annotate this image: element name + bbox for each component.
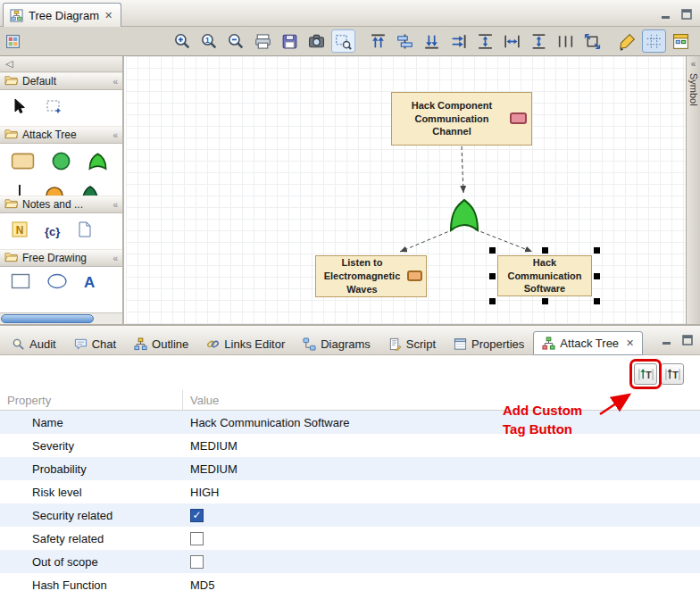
tab-label: Diagrams: [321, 337, 371, 351]
selection-handle[interactable]: [542, 298, 548, 304]
selection-handle[interactable]: [594, 298, 600, 304]
property-value[interactable]: MEDIUM: [183, 439, 238, 453]
scrollbar-thumb[interactable]: [1, 314, 94, 323]
align-middle-icon[interactable]: [393, 29, 417, 53]
drawer-pin-icon: «: [112, 200, 118, 210]
selection-handle[interactable]: [489, 298, 496, 304]
gate-shape-tool[interactable]: [88, 152, 108, 174]
selection-handle[interactable]: [489, 247, 496, 254]
rectangle-tool[interactable]: [11, 273, 30, 293]
selection-handle[interactable]: [542, 247, 548, 254]
checkbox-checked[interactable]: ✓: [190, 509, 204, 522]
close-icon[interactable]: ✕: [626, 337, 634, 349]
auto-size-icon[interactable]: [580, 29, 604, 53]
property-row-safety-related[interactable]: Safety related: [0, 527, 700, 550]
symbol-view-strip[interactable]: « Symbol: [686, 56, 700, 324]
screenshot-icon[interactable]: [304, 29, 329, 53]
match-height-icon[interactable]: [527, 29, 551, 53]
palette-items-attack-tree: [0, 144, 122, 181]
add-custom-tag-button[interactable]: T: [634, 363, 657, 385]
align-right-icon[interactable]: [446, 29, 471, 53]
maximize-icon[interactable]: [679, 7, 693, 21]
property-row-hash-function[interactable]: Hash FunctionMD5: [0, 573, 700, 596]
property-value[interactable]: HIGH: [183, 486, 220, 499]
property-row-security-related[interactable]: Security related✓: [0, 503, 700, 527]
marquee-tool[interactable]: [45, 97, 62, 119]
tab-audit[interactable]: Audit: [3, 331, 65, 355]
grid-toggle-icon[interactable]: [642, 29, 666, 53]
property-value[interactable]: MEDIUM: [183, 462, 238, 476]
node-shape-tool[interactable]: [11, 152, 35, 174]
property-row-name[interactable]: NameHack Communication Software: [0, 411, 700, 434]
diagram-canvas[interactable]: Hack Component Communication Channel Lis…: [126, 56, 686, 324]
tab-attack-tree[interactable]: Attack Tree✕: [533, 331, 643, 355]
property-row-risk-level[interactable]: Risk levelHIGH: [0, 480, 700, 503]
palette-section-free-drawing[interactable]: Free Drawing «: [0, 249, 122, 267]
and-node-tool[interactable]: [80, 183, 100, 196]
property-value[interactable]: MD5: [183, 578, 214, 592]
column-header-property: Property: [0, 390, 183, 410]
document-tool[interactable]: [76, 220, 94, 242]
palette-toggle-icon[interactable]: [669, 29, 693, 53]
align-top-icon[interactable]: [366, 29, 390, 53]
or-node-tool[interactable]: [45, 183, 64, 196]
add-tag-button[interactable]: T: [661, 363, 684, 385]
constraint-tool[interactable]: {c}: [45, 225, 60, 238]
palette-section-notes[interactable]: Notes and ... «: [0, 196, 122, 213]
or-gate-shape[interactable]: [448, 197, 480, 233]
close-icon[interactable]: ✕: [104, 10, 112, 21]
zoom-out-icon[interactable]: [224, 29, 248, 53]
node-hack-communication-software[interactable]: Hack Communication Software: [497, 255, 592, 296]
minimize-icon[interactable]: [659, 7, 672, 21]
tab-chat[interactable]: Chat: [65, 331, 125, 355]
select-tool[interactable]: [11, 97, 29, 119]
connection-tool[interactable]: [11, 183, 29, 196]
maximize-icon[interactable]: [680, 333, 694, 346]
folder-icon: [4, 251, 18, 265]
property-name: Name: [0, 416, 183, 429]
palette-items-default: [0, 90, 122, 126]
editor-tab-tree-diagram[interactable]: Tree Diagram ✕: [3, 3, 121, 27]
tab-diagrams[interactable]: Diagrams: [294, 331, 379, 355]
note-tool[interactable]: N: [11, 220, 29, 242]
palette-collapse-bar[interactable]: ◁: [0, 56, 122, 72]
property-row-severity[interactable]: SeverityMEDIUM: [0, 434, 700, 457]
zoom-selection-icon[interactable]: [331, 29, 355, 53]
restore-panel-icon[interactable]: «: [691, 59, 696, 69]
node-hack-component-communication-channel[interactable]: Hack Component Communication Channel: [391, 92, 532, 146]
panel-window-controls: [660, 333, 694, 346]
tab-properties[interactable]: Properties: [445, 331, 533, 355]
ellipse-tool[interactable]: [46, 273, 68, 293]
node-badge-icon: [407, 270, 422, 281]
selection-handle[interactable]: [594, 273, 600, 279]
match-width-icon[interactable]: [500, 29, 524, 53]
tab-links-editor[interactable]: Links Editor: [197, 331, 294, 355]
selection-handle[interactable]: [489, 273, 496, 279]
checkbox-unchecked[interactable]: [190, 555, 204, 569]
palette-section-default[interactable]: Default «: [0, 72, 122, 90]
view-menu-icon[interactable]: [5, 34, 21, 49]
distribute-vertical-icon[interactable]: [473, 29, 497, 53]
property-value[interactable]: Hack Communication Software: [183, 416, 349, 429]
event-shape-tool[interactable]: [51, 151, 71, 175]
print-icon[interactable]: [251, 29, 275, 53]
save-icon[interactable]: [278, 29, 302, 53]
format-paint-icon[interactable]: [615, 29, 639, 53]
node-listen-to-electromagnetic-waves[interactable]: Listen to Electromagnetic Waves: [315, 255, 427, 297]
palette-scrollbar[interactable]: [0, 312, 122, 324]
property-row-probability[interactable]: ProbabilityMEDIUM: [0, 457, 700, 480]
palette-section-attack-tree[interactable]: Attack Tree «: [0, 126, 122, 144]
tab-outline[interactable]: Outline: [125, 331, 197, 355]
text-tool[interactable]: A: [84, 274, 95, 292]
distribute-horizontal-icon[interactable]: [554, 29, 578, 53]
zoom-in-icon[interactable]: [171, 29, 195, 53]
selection-handle[interactable]: [594, 247, 600, 254]
property-row-out-of-scope[interactable]: Out of scope: [0, 550, 700, 573]
minimize-icon[interactable]: [660, 333, 673, 346]
properties-toolbar: T T: [0, 355, 700, 390]
property-name: Probability: [0, 462, 183, 476]
tab-script[interactable]: Script: [379, 331, 445, 355]
checkbox-unchecked[interactable]: [190, 532, 204, 545]
zoom-actual-size-icon[interactable]: 1: [197, 29, 221, 53]
align-bottom-icon[interactable]: [420, 29, 444, 53]
